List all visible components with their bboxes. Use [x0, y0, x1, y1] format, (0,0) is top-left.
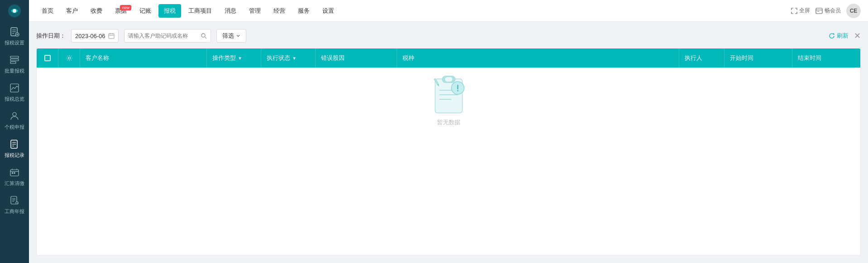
svg-text:年: 年	[17, 202, 19, 205]
svg-point-48	[457, 90, 458, 92]
th-settings[interactable]	[58, 49, 80, 68]
settlement-icon	[8, 166, 21, 179]
fullscreen-button[interactable]: 全屏	[791, 7, 810, 15]
chevron-down-icon	[236, 34, 240, 38]
th-error-reason: 错误股因	[316, 49, 397, 68]
select-all-checkbox[interactable]	[44, 55, 51, 61]
search-box	[124, 29, 211, 43]
th-op-type[interactable]: 操作类型 ▼	[207, 49, 261, 68]
fullscreen-icon	[791, 8, 797, 14]
nav-customer[interactable]: 客户	[61, 4, 83, 18]
th-exec-status[interactable]: 执行状态 ▼	[261, 49, 316, 68]
svg-rect-22	[12, 172, 13, 174]
svg-point-39	[68, 57, 70, 59]
nav-invoice[interactable]: 票据 new	[110, 4, 132, 18]
nav-settings[interactable]: 设置	[317, 4, 340, 18]
empty-text: 暂无数据	[437, 118, 460, 127]
sort-icon-exec-status: ▼	[292, 56, 297, 61]
sidebar-item-personal-tax[interactable]: 个税申报	[0, 106, 29, 134]
table-body: 暂无数据	[37, 68, 860, 255]
sidebar-item-tax-records[interactable]: 报税记录	[0, 134, 29, 162]
sidebar-item-label: 汇算清缴	[5, 180, 24, 187]
svg-line-38	[205, 37, 206, 39]
sidebar-item-label: 批量报税	[5, 68, 24, 74]
nav-home[interactable]: 首页	[36, 4, 59, 18]
nav-services[interactable]: 服务	[293, 4, 315, 18]
page-content: 操作日期： 2023-06-06	[29, 22, 868, 263]
annual-report-icon: 年	[8, 194, 21, 207]
nav-operations[interactable]: 经营	[268, 4, 291, 18]
sort-icon-op-type: ▼	[238, 56, 242, 61]
tax-settings-icon	[8, 25, 21, 38]
nav-tax[interactable]: 报税	[158, 4, 181, 18]
nav-billing[interactable]: 收费	[85, 4, 108, 18]
top-navigation: 首页 客户 收费 票据 new 记账 报税 工商项目 消息 管理 经营 服务 设…	[29, 0, 868, 22]
svg-rect-30	[816, 8, 822, 14]
th-tax-type: 税种	[397, 49, 679, 68]
tax-records-icon	[8, 138, 21, 151]
sidebar-item-tax-settings[interactable]: 报税设置	[0, 22, 29, 50]
sidebar: 报税设置 批量报税 报税总览 个税申报	[0, 0, 29, 263]
sidebar-item-label: 报税设置	[5, 39, 24, 46]
refresh-icon	[829, 33, 835, 39]
sidebar-item-label: 个税申报	[5, 124, 24, 131]
search-icon	[201, 33, 207, 39]
toolbar: 操作日期： 2023-06-06	[36, 29, 861, 43]
personal-tax-icon	[8, 110, 21, 122]
refresh-button[interactable]: 刷新	[829, 32, 849, 40]
date-picker[interactable]: 2023-06-06	[71, 29, 119, 43]
member-button[interactable]: 畅会员	[815, 7, 841, 15]
settings-icon	[66, 54, 73, 62]
sidebar-logo	[0, 0, 29, 22]
svg-rect-33	[109, 34, 114, 39]
main-content: 首页 客户 收费 票据 new 记账 报税 工商项目 消息 管理 经营 服务 设…	[29, 0, 868, 263]
calendar-icon	[108, 33, 115, 39]
nav-bookkeeping[interactable]: 记账	[134, 4, 157, 18]
nav-business[interactable]: 工商项目	[183, 4, 217, 18]
svg-rect-42	[445, 77, 452, 82]
svg-rect-23	[14, 172, 15, 174]
empty-icon	[426, 68, 471, 113]
avatar[interactable]: CE	[846, 4, 861, 18]
table-header: 客户名称 操作类型 ▼ 执行状态 ▼ 错误股因 税种 执行人	[37, 49, 860, 68]
sidebar-item-label: 工商年报	[5, 208, 24, 215]
member-icon	[815, 8, 823, 14]
th-customer: 客户名称	[80, 49, 207, 68]
sidebar-item-label: 报税记录	[5, 152, 24, 159]
close-button[interactable]: ✕	[854, 32, 861, 40]
topnav-right: 全屏 畅会员 CE	[791, 4, 861, 18]
empty-state: 暂无数据	[37, 68, 860, 127]
sidebar-item-settlement[interactable]: 汇算清缴	[0, 162, 29, 190]
svg-rect-11	[10, 62, 16, 63]
date-value: 2023-06-06	[75, 33, 106, 39]
th-executor: 执行人	[679, 49, 724, 68]
svg-point-37	[201, 34, 205, 37]
svg-rect-10	[10, 59, 19, 61]
search-button[interactable]	[197, 29, 211, 43]
svg-rect-9	[10, 56, 19, 58]
sidebar-item-label: 报税总览	[5, 96, 24, 102]
nav-management[interactable]: 管理	[244, 4, 266, 18]
batch-tax-icon	[8, 54, 21, 66]
filter-button[interactable]: 筛选	[216, 29, 246, 43]
date-label: 操作日期：	[36, 32, 66, 40]
toolbar-right: 刷新 ✕	[829, 32, 861, 40]
search-input[interactable]	[125, 33, 197, 39]
invoice-badge: new	[120, 5, 131, 11]
nav-messages[interactable]: 消息	[219, 4, 242, 18]
th-start-time: 开始时间	[724, 49, 792, 68]
data-table: 客户名称 操作类型 ▼ 执行状态 ▼ 错误股因 税种 执行人	[36, 48, 861, 256]
svg-point-13	[13, 112, 16, 116]
tax-overview-icon	[8, 82, 21, 94]
sidebar-item-annual-report[interactable]: 年 工商年报	[0, 190, 29, 219]
svg-point-1	[13, 9, 16, 13]
avatar-text: CE	[850, 8, 858, 14]
sidebar-item-batch-tax[interactable]: 批量报税	[0, 50, 29, 78]
th-checkbox[interactable]	[37, 49, 58, 68]
sidebar-item-tax-overview[interactable]: 报税总览	[0, 78, 29, 106]
th-end-time: 结束时间	[792, 49, 860, 68]
refresh-label: 刷新	[837, 32, 849, 40]
